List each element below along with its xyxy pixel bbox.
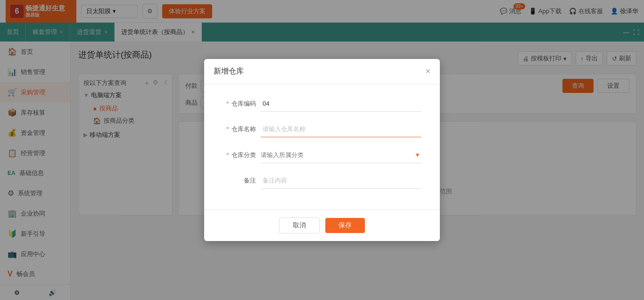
dialog-footer: 取消 保存 bbox=[204, 209, 440, 241]
category-label: * 仓库分类 bbox=[223, 151, 261, 159]
name-label: * 仓库名称 bbox=[223, 125, 261, 133]
dialog-close-button[interactable]: × bbox=[425, 67, 430, 76]
name-input[interactable] bbox=[261, 121, 421, 137]
code-label: * 仓库编码 bbox=[223, 100, 261, 108]
note-input[interactable] bbox=[261, 173, 421, 189]
form-row-code: * 仓库编码 bbox=[223, 96, 421, 112]
new-warehouse-dialog: 新增仓库 × * 仓库编码 * 仓库名称 bbox=[204, 59, 440, 241]
dialog-body: * 仓库编码 * 仓库名称 * 仓库分类 bbox=[204, 84, 440, 209]
modal-overlay: 新增仓库 × * 仓库编码 * 仓库名称 bbox=[0, 0, 644, 300]
save-button[interactable]: 保存 bbox=[325, 218, 365, 233]
form-row-name: * 仓库名称 bbox=[223, 121, 421, 137]
category-dropdown-icon: ▾ bbox=[416, 151, 419, 158]
code-input[interactable] bbox=[261, 96, 421, 112]
form-row-note: 备注 bbox=[223, 173, 421, 189]
note-label: 备注 bbox=[223, 176, 261, 185]
code-required-mark: * bbox=[226, 100, 229, 107]
name-required-mark: * bbox=[226, 125, 229, 133]
category-input[interactable] bbox=[261, 147, 421, 163]
dialog-header: 新增仓库 × bbox=[204, 59, 440, 84]
category-select-wrapper: ▾ bbox=[261, 147, 421, 163]
dialog-title: 新增仓库 bbox=[214, 67, 244, 76]
category-required-mark: * bbox=[226, 151, 229, 158]
form-row-category: * 仓库分类 ▾ bbox=[223, 147, 421, 163]
cancel-button[interactable]: 取消 bbox=[279, 217, 320, 233]
